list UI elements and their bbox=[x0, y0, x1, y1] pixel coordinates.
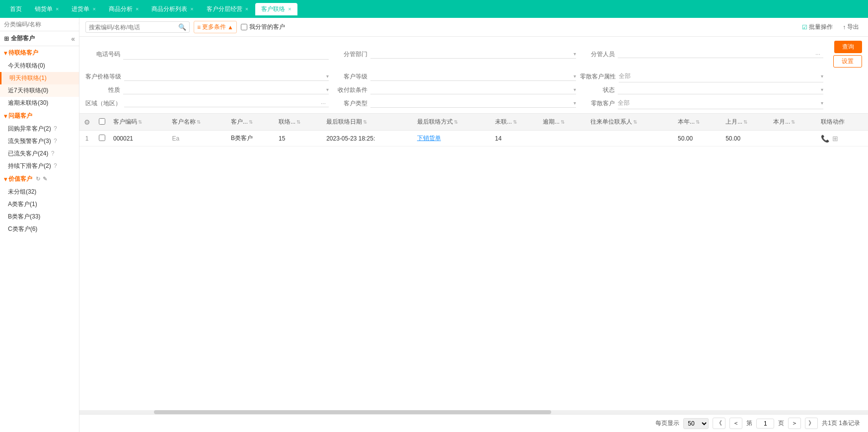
col-last-date: 最后联络日期 ⇅ bbox=[322, 114, 413, 131]
filter-region-input[interactable]: ··· bbox=[124, 100, 329, 107]
last-method-link[interactable]: 下销货单 bbox=[417, 135, 441, 142]
filter-payment-select[interactable]: ▾ bbox=[370, 85, 576, 94]
filter-customer-level-select[interactable]: ▾ bbox=[370, 72, 576, 81]
nav-purchase-close[interactable]: × bbox=[92, 6, 95, 12]
row-last-method-cell[interactable]: 下销货单 bbox=[413, 131, 491, 146]
select-all-checkbox[interactable] bbox=[99, 118, 105, 125]
prev-page-button[interactable]: ＜ bbox=[729, 418, 742, 429]
row-last-month-cell: 50.00 bbox=[722, 131, 769, 146]
table-header-row: ⚙ 客户编码 ⇅ 客户名称 bbox=[79, 114, 868, 131]
last-page-button[interactable]: 》 bbox=[805, 418, 818, 429]
sort-icon-name[interactable]: ⇅ bbox=[197, 119, 201, 125]
nav-analysis[interactable]: 商品分析 × bbox=[103, 3, 145, 15]
sidebar-item-lost[interactable]: 已流失客户(24) ? bbox=[0, 147, 79, 160]
horizontal-scrollbar[interactable] bbox=[79, 410, 868, 414]
col-last-month: 上月... ⇅ bbox=[722, 114, 769, 131]
nav-analysis-list-close[interactable]: × bbox=[190, 6, 193, 12]
filter-dept-select[interactable]: ▾ bbox=[370, 50, 576, 59]
content-area: 🔍 ≡ 更多条件 ▲ 我分管的客户 ☑ 批量操作 ↑ 导出 bbox=[79, 18, 868, 432]
nav-sales-close[interactable]: × bbox=[56, 6, 59, 12]
col-settings[interactable]: ⚙ bbox=[79, 114, 94, 131]
sidebar-item-unclassified[interactable]: 未分组(32) bbox=[0, 186, 79, 198]
arrow-down-icon-3: ▾ bbox=[4, 176, 7, 183]
page-size-select[interactable]: 50 10 20 100 bbox=[683, 418, 709, 429]
sort-icon-code[interactable]: ⇅ bbox=[138, 119, 142, 125]
person-dots-icon[interactable]: ··· bbox=[812, 51, 823, 58]
edit-icon[interactable]: ✎ bbox=[43, 176, 47, 182]
main-search-icon[interactable]: 🔍 bbox=[178, 23, 186, 31]
query-button[interactable]: 查询 bbox=[834, 41, 862, 53]
next-page-button[interactable]: ＞ bbox=[788, 418, 801, 429]
sidebar-search-input[interactable] bbox=[4, 21, 78, 28]
nav-customer-contact-close[interactable]: × bbox=[288, 6, 291, 12]
main-search-input[interactable] bbox=[89, 24, 178, 31]
sort-icon-this-month[interactable]: ⇅ bbox=[791, 119, 795, 125]
filter-retail-attr-select[interactable]: 全部 ▾ bbox=[619, 71, 823, 82]
my-customer-checkbox[interactable] bbox=[241, 24, 247, 30]
grid-icon: ⊞ bbox=[4, 35, 9, 42]
nav-analysis-list[interactable]: 商品分析列表 × bbox=[145, 3, 199, 15]
filter-status-select[interactable]: ▾ bbox=[618, 85, 823, 94]
sort-icon-this-year[interactable]: ⇅ bbox=[696, 119, 700, 125]
scrollbar-thumb[interactable] bbox=[154, 410, 551, 414]
sidebar-item-today[interactable]: 今天待联络(0) bbox=[0, 60, 79, 72]
sidebar-item-class-b[interactable]: B类客户(33) bbox=[0, 211, 79, 223]
export-button[interactable]: ↑ 导出 bbox=[840, 21, 862, 33]
question-icon-1: ? bbox=[54, 125, 57, 132]
sort-icon-last-method[interactable]: ⇅ bbox=[454, 119, 458, 125]
sidebar-item-7days[interactable]: 近7天待联络(0) bbox=[0, 84, 79, 97]
page-number-input[interactable] bbox=[756, 419, 774, 429]
nav-analysis-close[interactable]: × bbox=[136, 6, 139, 12]
col-last-method: 最后联络方式 ⇅ bbox=[413, 114, 491, 131]
sidebar-item-repurchase[interactable]: 回购异常客户(2) ? bbox=[0, 123, 79, 135]
nav-customer-contact[interactable]: 客户联络 × bbox=[255, 3, 297, 15]
more-icon[interactable]: ⊞ bbox=[832, 135, 838, 143]
sidebar-all-customers[interactable]: ⊞ 全部客户 « bbox=[0, 31, 79, 46]
filter-retail-customer-select[interactable]: 全部 ▾ bbox=[618, 97, 823, 109]
nav-purchase[interactable]: 进货单 × bbox=[66, 3, 101, 15]
nav-sales[interactable]: 销货单 × bbox=[29, 3, 65, 15]
filter-customer-type: 客户类型 ▾ bbox=[333, 99, 576, 108]
sort-icon-type[interactable]: ⇅ bbox=[249, 119, 253, 125]
row-checkbox-cell[interactable] bbox=[94, 131, 109, 146]
filter-person-input[interactable]: ··· bbox=[618, 51, 823, 58]
sidebar-item-tomorrow[interactable]: 明天待联络(1) bbox=[0, 72, 79, 84]
sidebar-item-class-c[interactable]: C类客户(6) bbox=[0, 223, 79, 235]
row-checkbox[interactable] bbox=[99, 135, 105, 141]
sidebar-group-problem[interactable]: ▾ 问题客户 bbox=[0, 109, 79, 123]
settings-icon[interactable]: ⚙ bbox=[84, 118, 90, 126]
sidebar-item-overdue[interactable]: 逾期未联络(30) bbox=[0, 97, 79, 109]
sort-icon-last-date[interactable]: ⇅ bbox=[363, 119, 367, 125]
sidebar-collapse-icon[interactable]: « bbox=[71, 35, 75, 43]
first-page-button[interactable]: 《 bbox=[713, 418, 725, 429]
nav-customer-tier-close[interactable]: × bbox=[245, 6, 248, 12]
sort-icon-contact-count[interactable]: ⇅ bbox=[296, 119, 300, 125]
customer-type-chevron-icon: ▾ bbox=[574, 100, 576, 106]
refresh-icon[interactable]: ↻ bbox=[36, 176, 40, 182]
sort-icon-overdue[interactable]: ⇅ bbox=[561, 119, 565, 125]
more-filter-button[interactable]: ≡ 更多条件 ▲ bbox=[194, 21, 237, 33]
sidebar-item-loss-risk[interactable]: 流失预警客户(3) ? bbox=[0, 135, 79, 147]
nav-home[interactable]: 首页 bbox=[4, 3, 28, 15]
filter-customer-type-select[interactable]: ▾ bbox=[370, 99, 576, 108]
region-dots-icon[interactable]: ··· bbox=[318, 100, 329, 107]
filter-price-level-select[interactable]: ▾ bbox=[124, 72, 329, 81]
sidebar-item-class-a[interactable]: A类客户(1) bbox=[0, 198, 79, 211]
filter-phone-input[interactable] bbox=[123, 49, 329, 60]
call-icon[interactable]: 📞 bbox=[821, 135, 829, 143]
filter-nature-select[interactable]: ▾ bbox=[123, 85, 329, 94]
sidebar-group-pending[interactable]: ▾ 待联络客户 bbox=[0, 46, 79, 60]
my-customer-checkbox-wrap[interactable]: 我分管的客户 bbox=[241, 23, 285, 31]
set-button[interactable]: 设置 bbox=[833, 55, 862, 68]
col-checkbox[interactable] bbox=[94, 114, 109, 131]
row-no-contact-cell: 14 bbox=[491, 131, 539, 146]
row-this-month-cell bbox=[769, 131, 817, 146]
nav-customer-tier[interactable]: 客户分层经营 × bbox=[201, 3, 254, 15]
sidebar-group-value[interactable]: ▾ 价值客户 ↻ ✎ bbox=[0, 172, 79, 186]
sort-icon-last-month[interactable]: ⇅ bbox=[743, 119, 747, 125]
batch-operation-button[interactable]: ☑ 批量操作 bbox=[799, 21, 836, 33]
sort-icon-contacts[interactable]: ⇅ bbox=[633, 119, 637, 125]
sort-icon-no-contact[interactable]: ⇅ bbox=[513, 119, 517, 125]
toolbar: 🔍 ≡ 更多条件 ▲ 我分管的客户 ☑ 批量操作 ↑ 导出 bbox=[79, 18, 868, 37]
sidebar-item-decline[interactable]: 持续下滑客户(2) ? bbox=[0, 160, 79, 172]
